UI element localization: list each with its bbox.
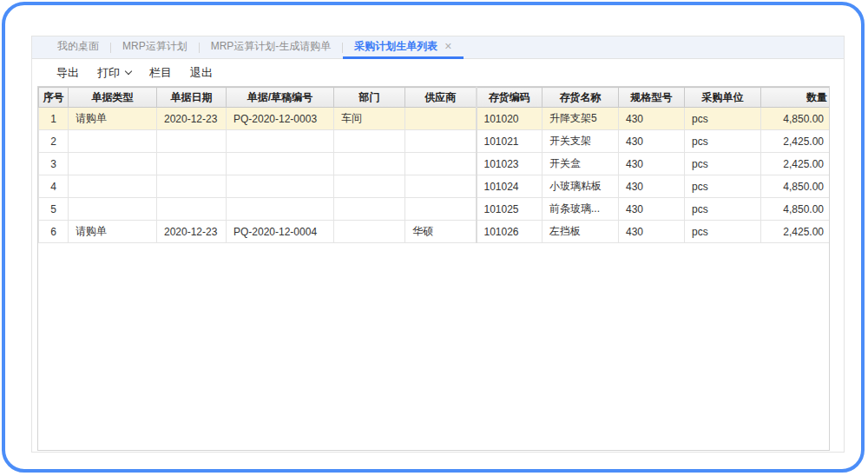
table-cell: 升降支架5 [542,108,619,130]
column-header[interactable]: 采购单位 [685,88,761,108]
column-header[interactable]: 单据日期 [157,88,227,108]
exit-button[interactable]: 退出 [190,65,213,81]
table-cell: 2020-12-23 [157,221,227,243]
table-row[interactable]: 5101025前条玻璃...430pcs4,850.00 [39,198,831,221]
table-cell: 请购单 [69,108,157,130]
table-cell: pcs [685,108,761,130]
table-cell [227,130,334,153]
export-button[interactable]: 导出 [56,65,79,81]
columns-button[interactable]: 栏目 [149,65,172,81]
table-cell: 430 [619,198,685,221]
table-cell: 6 [39,221,69,243]
table-cell: 101020 [477,108,542,130]
table-cell: 430 [619,221,685,243]
table-cell: PQ-2020-12-0004 [227,221,334,243]
table-cell: PQ-2020-12-0003 [227,108,334,130]
tab-bar: 我的桌面 MRP运算计划 MRP运算计划-生成请购单 采购计划生单列表 × [32,36,844,59]
table-cell: 小玻璃粘板 [542,175,619,198]
table-cell [227,175,334,198]
table-cell: 2020-12-23 [157,108,227,130]
table-cell [227,198,334,221]
table-cell: 4,850.00 [761,198,831,221]
table-cell [69,175,157,198]
table-cell: 101026 [477,221,542,243]
table-cell: 前条玻璃... [542,198,619,221]
table-cell: 2,425.00 [761,153,831,175]
table-row[interactable]: 4101024小玻璃粘板430pcs4,850.00 [39,175,831,198]
table-cell: 2 [39,130,69,153]
data-grid: 序号单据类型单据日期单据/草稿编号部门供应商存货编码存货名称规格型号采购单位数量… [37,86,830,451]
column-header[interactable]: 序号 [39,88,69,108]
table-cell [69,153,157,175]
table-cell [334,175,405,198]
table-cell: 开关盒 [542,153,619,175]
table-cell [405,198,477,221]
table-header-row: 序号单据类型单据日期单据/草稿编号部门供应商存货编码存货名称规格型号采购单位数量 [39,88,831,108]
table-cell: 3 [39,153,69,175]
column-header[interactable]: 单据/草稿编号 [227,88,334,108]
print-button[interactable]: 打印 [97,65,131,81]
column-header[interactable]: 单据类型 [69,88,157,108]
table-cell [157,130,227,153]
table-cell: 101025 [477,198,542,221]
table-cell [157,175,227,198]
table-cell [405,130,477,153]
table-cell [157,198,227,221]
exit-label: 退出 [190,65,213,81]
table-cell: pcs [685,221,761,243]
table-cell: 430 [619,175,685,198]
table-row[interactable]: 6请购单2020-12-23PQ-2020-12-0004华硕101026左挡板… [39,221,831,243]
table-cell: 4,850.00 [761,175,831,198]
table-cell [334,221,405,243]
table-cell: 101023 [477,153,542,175]
content-panel: 我的桌面 MRP运算计划 MRP运算计划-生成请购单 采购计划生单列表 × 导出… [31,36,845,453]
table-row[interactable]: 2101021开关支架430pcs2,425.00 [39,130,831,153]
column-header[interactable]: 数量 [761,88,831,108]
table-cell: 101024 [477,175,542,198]
table-row[interactable]: 3101023开关盒430pcs2,425.00 [39,153,831,175]
table-cell: 车间 [334,108,405,130]
table-cell [405,175,477,198]
purchase-plan-table: 序号单据类型单据日期单据/草稿编号部门供应商存货编码存货名称规格型号采购单位数量… [38,87,830,243]
table-cell [69,130,157,153]
table-cell: 1 [39,108,69,130]
column-header[interactable]: 部门 [334,88,405,108]
table-cell [405,153,477,175]
tab-mrp-plan-generate-request[interactable]: MRP运算计划-生成请购单 [200,36,343,59]
table-cell: 开关支架 [542,130,619,153]
tab-purchase-plan-doc-list[interactable]: 采购计划生单列表 × [343,36,463,59]
tab-label: MRP运算计划 [122,39,187,54]
table-cell [69,198,157,221]
table-cell [334,130,405,153]
table-cell: 4,850.00 [761,108,831,130]
tab-label: 采购计划生单列表 [354,39,437,54]
table-cell [334,153,405,175]
column-header[interactable]: 供应商 [405,88,477,108]
table-cell: pcs [685,130,761,153]
table-cell [157,153,227,175]
table-cell: 4 [39,175,69,198]
table-cell: 2,425.00 [761,130,831,153]
table-cell: pcs [685,175,761,198]
tab-label: MRP运算计划-生成请购单 [211,39,332,54]
table-cell: 左挡板 [542,221,619,243]
table-cell: 5 [39,198,69,221]
table-cell: 101021 [477,130,542,153]
table-cell: 华硕 [405,221,477,243]
table-cell: 2,425.00 [761,221,831,243]
table-row[interactable]: 1请购单2020-12-23PQ-2020-12-0003车间101020升降支… [39,108,831,130]
tab-mrp-plan[interactable]: MRP运算计划 [111,36,199,59]
table-body: 1请购单2020-12-23PQ-2020-12-0003车间101020升降支… [39,108,831,243]
column-header[interactable]: 存货名称 [542,88,619,108]
table-cell [405,108,477,130]
column-header[interactable]: 规格型号 [619,88,685,108]
export-label: 导出 [56,65,79,81]
tab-my-desktop[interactable]: 我的桌面 [46,36,110,59]
column-header[interactable]: 存货编码 [477,88,542,108]
chevron-down-icon [125,68,132,75]
print-label: 打印 [97,65,120,81]
table-cell [227,153,334,175]
table-cell: pcs [685,198,761,221]
close-icon[interactable]: × [444,40,451,52]
table-cell [334,198,405,221]
